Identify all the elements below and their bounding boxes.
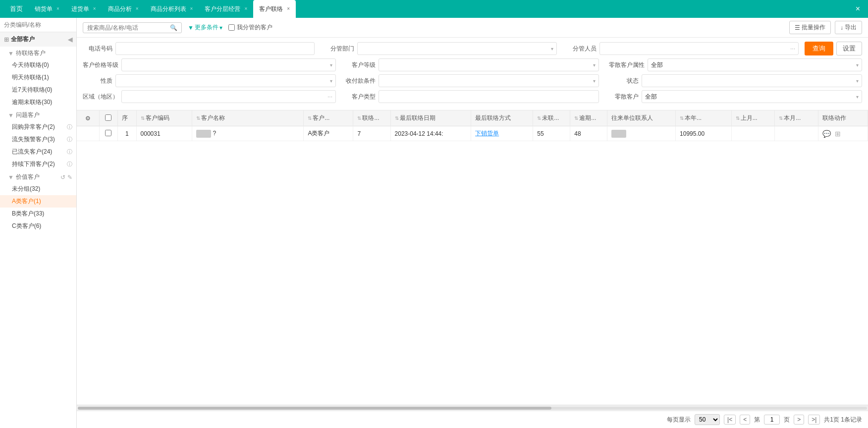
last-month-col-header[interactable]: ⇅ 上月... <box>731 110 775 126</box>
sidebar-item-class-c[interactable]: C类客户(6) <box>0 220 76 232</box>
all-customers-label: 全部客户 <box>11 35 35 44</box>
prev-page-button[interactable]: < <box>740 415 750 425</box>
last-method-link[interactable]: 下销货单 <box>475 130 499 137</box>
overdue-col-header[interactable]: ⇅ 逾期... <box>570 110 607 126</box>
sort-icon: ⇅ <box>196 115 200 121</box>
retail-attr-select[interactable]: 全部 ▾ <box>648 58 862 71</box>
filter-row-1: 电话号码 分管部门 ▾ 分管人员 ··· <box>83 42 862 55</box>
all-customers-header[interactable]: ⊞ 全部客户 ◀ <box>0 32 76 47</box>
nav-purchase[interactable]: 进货单 × <box>65 0 102 18</box>
last-page-button[interactable]: >| <box>808 415 820 425</box>
status-select[interactable]: ▾ <box>642 74 862 87</box>
sidebar-item-churn-warning[interactable]: 流失预警客户(3) ⓘ <box>0 133 76 146</box>
not-contact-col-header[interactable]: ⇅ 未联... <box>533 110 570 126</box>
filter-action-buttons: 查询 设置 <box>805 42 862 55</box>
section-pending-contact[interactable]: ▼ 待联络客户 <box>0 47 76 59</box>
export-icon: ↓ <box>840 24 843 31</box>
close-all-button[interactable]: × <box>852 4 864 13</box>
qr-icon[interactable]: ⊞ <box>835 130 841 138</box>
sidebar-item-unclassified[interactable]: 未分组(32) <box>0 183 76 195</box>
horizontal-scrollbar[interactable] <box>77 405 868 411</box>
edit-icon[interactable]: ✎ <box>67 174 72 181</box>
chat-icon[interactable]: 💬 <box>822 130 831 138</box>
filter-actions: ☰ 批量操作 ↓ 导出 <box>789 21 862 34</box>
last-date-col-header[interactable]: ⇅ 最后联络日期 <box>390 110 471 126</box>
page-number-input[interactable] <box>764 415 780 425</box>
status-field: 状态 ▾ <box>609 74 862 87</box>
my-customers-filter: 我分管的客户 <box>228 23 272 32</box>
action-col-header: 联络动作 <box>818 110 868 126</box>
sidebar-search-input[interactable] <box>4 21 77 28</box>
retail-customer-field: 零散客户 全部 ▾ <box>609 90 862 103</box>
this-year-col-header[interactable]: ⇅ 本年... <box>676 110 732 126</box>
close-salesorder-icon[interactable]: × <box>56 0 59 18</box>
sidebar-item-class-a[interactable]: A类客户(1) <box>0 195 76 208</box>
setting-button[interactable]: 设置 <box>836 42 862 55</box>
customer-level-select[interactable]: ▾ <box>379 58 599 71</box>
sidebar-item-declining[interactable]: 持续下滑客户(2) ⓘ <box>0 158 76 170</box>
contact-col-header[interactable]: ⇅ 联络... <box>353 110 390 126</box>
select-all-checkbox[interactable] <box>105 114 111 121</box>
row-checkbox[interactable] <box>105 130 111 136</box>
sort-icon: ⇅ <box>395 115 399 121</box>
refresh-icon[interactable]: ↺ <box>60 174 65 181</box>
sidebar-item-class-b[interactable]: B类客户(33) <box>0 208 76 220</box>
batch-icon: ☰ <box>795 24 800 31</box>
export-button[interactable]: ↓ 导出 <box>835 21 862 34</box>
sidebar-item-churned[interactable]: 已流失客户(24) ⓘ <box>0 146 76 158</box>
price-level-select[interactable]: ▾ <box>121 58 336 71</box>
close-customer-contact-icon[interactable]: × <box>287 0 290 18</box>
nav-home[interactable]: 首页 <box>4 0 29 18</box>
filter-bar: 🔍 ▼ 更多条件 ▾ 我分管的客户 ☰ 批量操作 ↓ 导出 <box>77 18 868 38</box>
contacts-col-header[interactable]: 往来单位联系人 <box>607 110 676 126</box>
retail-customer-select[interactable]: 全部 ▾ <box>642 90 862 103</box>
nature-select[interactable]: ▾ <box>115 74 336 87</box>
next-page-button[interactable]: > <box>794 415 804 425</box>
code-col-header[interactable]: ⇅ 客户编码 <box>136 110 192 126</box>
first-page-button[interactable]: |< <box>724 415 736 425</box>
dept-select[interactable]: ▾ <box>357 42 556 55</box>
my-customers-checkbox[interactable] <box>228 24 235 31</box>
sidebar-item-tomorrow[interactable]: 明天待联络(1) <box>0 71 76 84</box>
sidebar-item-7days[interactable]: 近7天待联络(0) <box>0 84 76 96</box>
nav-salesorder[interactable]: 销货单 × <box>29 0 65 18</box>
section-problem-customers[interactable]: ▼ 问题客户 <box>0 108 76 121</box>
per-page-select[interactable]: 50 100 200 <box>695 414 720 425</box>
nav-product-list[interactable]: 商品分析列表 × <box>145 0 199 18</box>
sidebar-collapse-icon[interactable]: ◀ <box>68 36 72 43</box>
this-month-col-header[interactable]: ⇅ 本月... <box>775 110 818 126</box>
nav-customer-contact[interactable]: 客户联络 × <box>253 0 296 18</box>
query-button[interactable]: 查询 <box>805 42 833 55</box>
chevron-down-icon: ▾ <box>330 78 332 84</box>
search-icon[interactable]: 🔍 <box>170 24 177 31</box>
sidebar-item-overdue[interactable]: 逾期未联络(30) <box>0 96 76 108</box>
name-col-header[interactable]: ⇅ 客户名称 <box>192 110 304 126</box>
person-input[interactable]: ··· <box>599 42 799 55</box>
settings-icon[interactable]: ⚙ <box>85 115 91 122</box>
more-filters-button[interactable]: ▼ 更多条件 ▾ <box>188 23 222 32</box>
settings-col-header[interactable]: ⚙ <box>77 110 99 126</box>
sidebar-search-bar: 🔍 <box>0 18 76 32</box>
type-col-header[interactable]: ⇅ 客户... <box>304 110 353 126</box>
customers-table: ⚙ 序 ⇅ 客户编码 <box>77 110 868 141</box>
row-this-month <box>775 126 818 141</box>
phone-input[interactable] <box>115 42 315 55</box>
close-customer-tier-icon[interactable]: × <box>244 0 247 18</box>
close-purchase-icon[interactable]: × <box>93 0 96 18</box>
close-product-analysis-icon[interactable]: × <box>136 0 139 18</box>
sidebar-item-today[interactable]: 今天待联络(0) <box>0 59 76 71</box>
payment-select[interactable]: ▾ <box>379 74 599 87</box>
sidebar-item-repurchase-abnormal[interactable]: 回购异常客户(2) ⓘ <box>0 121 76 133</box>
close-product-list-icon[interactable]: × <box>190 0 193 18</box>
nav-product-analysis[interactable]: 商品分析 × <box>102 0 145 18</box>
check-col-header[interactable] <box>99 110 118 126</box>
customer-type-input[interactable] <box>379 90 599 103</box>
search-input[interactable] <box>87 24 168 31</box>
batch-operation-button[interactable]: ☰ 批量操作 <box>789 21 831 34</box>
sidebar: 🔍 ⊞ 全部客户 ◀ ▼ 待联络客户 今天待联络(0) 明天待联络(1) 近7天… <box>0 18 77 428</box>
row-not-contact: 55 <box>533 126 570 141</box>
page-end-label: 页 <box>784 416 790 424</box>
region-input[interactable]: ··· <box>121 90 336 103</box>
nav-customer-tier[interactable]: 客户分层经营 × <box>199 0 253 18</box>
last-method-col-header[interactable]: 最后联络方式 <box>471 110 533 126</box>
